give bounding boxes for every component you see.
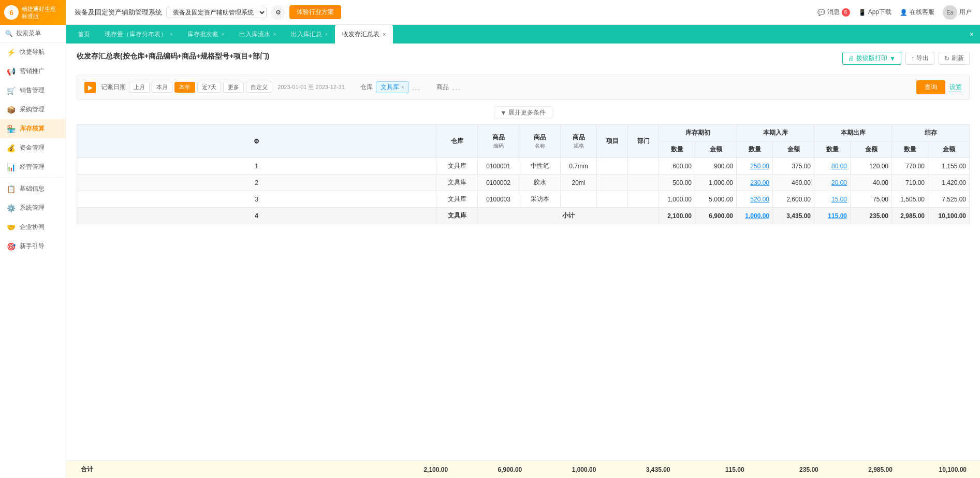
sidebar-item-system[interactable]: ⚙️ 系统管理 xyxy=(0,198,66,218)
date-7days[interactable]: 近7天 xyxy=(197,82,221,93)
subtotal-in-qty[interactable]: 1,000.00 xyxy=(737,208,773,224)
col-in-header: 本期入库 xyxy=(737,125,814,141)
sidebar-item-inventory[interactable]: 🏪 库存核算 xyxy=(0,119,66,138)
expand-row: ▼ 展开更多条件 xyxy=(77,106,970,119)
row2-in-qty[interactable]: 230.00 xyxy=(737,175,773,191)
tab-inventory-dist[interactable]: 现存量（库存分布表） × xyxy=(97,25,180,44)
goods-more-dots[interactable]: ... xyxy=(452,83,461,92)
row1-code: 0100001 xyxy=(478,158,519,175)
system-selector[interactable]: 装备及固定资产辅助管理系统 xyxy=(166,7,267,18)
row3-out-qty[interactable]: 15.00 xyxy=(814,191,851,208)
col-settings-header[interactable]: ⚙ xyxy=(77,125,436,158)
subtotal-label: 小计 xyxy=(478,208,659,224)
col-opening-header: 库存期初 xyxy=(659,125,737,141)
tab-home[interactable]: 首页 xyxy=(70,25,97,44)
sidebar-item-finance[interactable]: 💰 资金管理 xyxy=(0,138,66,157)
sidebar-item-base-info[interactable]: 📋 基础信息 xyxy=(0,179,66,198)
sidebar-item-corp-collab[interactable]: 🤝 企业协同 xyxy=(0,218,66,237)
sidebar-item-marketing[interactable]: 📢 营销推广 xyxy=(0,62,66,81)
user-action[interactable]: Ea 用户 xyxy=(943,5,972,20)
tab-inout-summary[interactable]: 出入库汇总 × xyxy=(284,25,335,44)
message-icon: 💬 xyxy=(817,9,825,16)
row2-opening-amt: 1,000.00 xyxy=(695,175,737,191)
col-balance-qty-header: 数量 xyxy=(892,141,928,158)
expand-conditions-button[interactable]: ▼ 展开更多条件 xyxy=(494,106,553,119)
table-container: ⚙ 仓库 商品编码 商品名称 商品规格 项目 部门 库存期初 本期入库 本期出库… xyxy=(77,124,970,224)
export-button[interactable]: ↑ 导出 xyxy=(905,52,934,65)
warehouse-more-dots[interactable]: ... xyxy=(412,83,421,92)
footer-out-amt: 235.00 xyxy=(748,466,822,473)
footer-balance-qty: 2,985.00 xyxy=(822,466,896,473)
footer-in-qty: 1,000.00 xyxy=(525,466,599,473)
row2-warehouse: 文具库 xyxy=(436,175,478,191)
tab-close-inout-flow[interactable]: × xyxy=(273,32,276,37)
row3-spec xyxy=(561,191,597,208)
subtotal-in-amt: 3,435.00 xyxy=(773,208,814,224)
gear-button[interactable]: ⚙ xyxy=(271,5,285,20)
filter-toggle-arrow[interactable]: ▶ xyxy=(84,82,96,93)
date-range-display: 2023-01-01 至 2023-12-31 xyxy=(277,83,345,91)
row3-no: 3 xyxy=(77,191,436,208)
online-service-action[interactable]: 👤 在线客服 xyxy=(900,8,934,17)
tab-inout-flow[interactable]: 出入库流水 × xyxy=(232,25,284,44)
row1-opening-amt: 900.00 xyxy=(695,158,737,175)
tab-close-batch-account[interactable]: × xyxy=(222,32,225,37)
row1-out-qty[interactable]: 80.00 xyxy=(814,158,851,175)
footer-opening-qty: 2,100.00 xyxy=(377,466,451,473)
sidebar-search[interactable]: 🔍 搜索菜单 xyxy=(0,25,66,42)
app-icon: 📱 xyxy=(858,9,866,16)
base-info-icon: 📋 xyxy=(6,185,16,193)
row1-in-qty[interactable]: 250.00 xyxy=(737,158,773,175)
tab-close-inventory-dist[interactable]: × xyxy=(170,32,173,37)
tab-recv-send-summary[interactable]: 收发存汇总表 × xyxy=(335,25,393,44)
table-row: 3 文具库 0100003 采访本 1,000.00 5,000.00 520.… xyxy=(77,191,970,208)
trial-button[interactable]: 体验行业方案 xyxy=(289,5,341,19)
table-settings-link[interactable]: 设置 xyxy=(949,83,962,92)
date-prev-month[interactable]: 上月 xyxy=(129,82,150,93)
subtotal-row: 4 文具库 小计 2,100.00 6,900.00 1,000.00 3,43… xyxy=(77,208,970,224)
finance-icon: 💰 xyxy=(6,144,16,152)
subtotal-out-qty[interactable]: 115.00 xyxy=(814,208,851,224)
date-this-year[interactable]: 本年 xyxy=(174,82,195,93)
warehouse-tag-close[interactable]: × xyxy=(401,84,404,90)
sidebar-item-purchase[interactable]: 📦 采购管理 xyxy=(0,100,66,119)
date-more[interactable]: 更多 xyxy=(223,82,244,93)
refresh-button[interactable]: ↻ 刷新 xyxy=(939,52,970,65)
row3-project xyxy=(597,191,628,208)
row1-spec: 0.7mm xyxy=(561,158,597,175)
footer-balance-amt: 10,100.00 xyxy=(896,466,970,473)
tab-close-inout-summary[interactable]: × xyxy=(325,32,328,37)
col-balance-amt-header: 金额 xyxy=(928,141,970,158)
row3-in-amt: 2,600.00 xyxy=(773,191,814,208)
sidebar-item-business[interactable]: 📊 经营管理 xyxy=(0,157,66,177)
top-header: 装备及固定资产辅助管理系统 装备及固定资产辅助管理系统 ⚙ 体验行业方案 💬 消… xyxy=(66,0,980,25)
sidebar-item-guide[interactable]: 🎯 新手引导 xyxy=(0,237,66,256)
date-custom[interactable]: 自定义 xyxy=(246,82,272,93)
row2-out-qty[interactable]: 20.00 xyxy=(814,175,851,191)
col-spec-header: 商品规格 xyxy=(561,125,597,158)
row3-opening-qty: 1,000.00 xyxy=(659,191,695,208)
sidebar-item-sales[interactable]: 🛒 销售管理 xyxy=(0,81,66,100)
message-action[interactable]: 💬 消息 6 xyxy=(817,8,850,17)
query-button[interactable]: 查询 xyxy=(916,80,945,94)
filter-bar: ▶ 记账日期 上月 本月 本年 近7天 更多 自定义 2023-01-01 至 … xyxy=(77,75,970,100)
subtotal-no: 4 xyxy=(77,208,436,224)
tab-batch-account[interactable]: 库存批次账 × xyxy=(180,25,232,44)
page-content: 收发存汇总表(按仓库+商品编码+商品+规格型号+项目+部门) 🖨 拨锁版打印 ▼… xyxy=(66,44,980,478)
sidebar: 6 畅捷通好生意 标准版 🔍 搜索菜单 ⚡ 快捷导航 📢 营销推广 🛒 销售管理… xyxy=(0,0,66,478)
refresh-icon: ↻ xyxy=(944,55,949,62)
date-this-month[interactable]: 本月 xyxy=(152,82,172,93)
footer-opening-amt: 6,900.00 xyxy=(451,466,525,473)
data-table: ⚙ 仓库 商品编码 商品名称 商品规格 项目 部门 库存期初 本期入库 本期出库… xyxy=(77,124,970,224)
tab-bar-close-button[interactable]: × xyxy=(970,30,974,38)
footer-in-amt: 3,435.00 xyxy=(599,466,673,473)
sidebar-item-quick-nav[interactable]: ⚡ 快捷导航 xyxy=(0,42,66,62)
app-download-action[interactable]: 📱 App下载 xyxy=(858,8,891,17)
row3-in-qty[interactable]: 520.00 xyxy=(737,191,773,208)
marketing-icon: 📢 xyxy=(6,67,16,76)
row2-dept xyxy=(628,175,659,191)
col-opening-amt-header: 金额 xyxy=(695,141,737,158)
tab-close-recv-send-summary[interactable]: × xyxy=(383,32,386,37)
footer-out-qty: 115.00 xyxy=(674,466,748,473)
print-button[interactable]: 🖨 拨锁版打印 ▼ xyxy=(842,52,901,65)
